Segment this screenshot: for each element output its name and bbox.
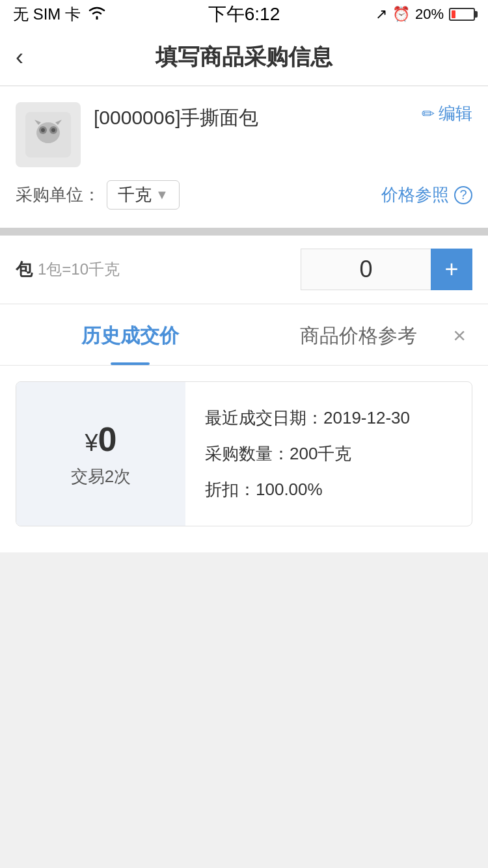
status-right: ↗ ⏰ 20% (375, 6, 475, 23)
product-info: [0000006]手撕面包 (16, 102, 258, 167)
tabs-row: 历史成交价 商品价格参考 × (0, 305, 488, 366)
price-card-wrap: ¥0 交易2次 最近成交日期：2019-12-30 采购数量：200千克 折扣：… (0, 366, 488, 552)
carrier-text: 无 SIM 卡 (13, 4, 81, 25)
status-time: 下午6:12 (208, 2, 280, 27)
svg-point-6 (42, 135, 55, 143)
unit-value: 千克 (118, 183, 152, 206)
status-bar: 无 SIM 卡 下午6:12 ↗ ⏰ 20% (0, 0, 488, 29)
bottom-panel: 历史成交价 商品价格参考 × ¥0 交易2次 最近成交日期：2019-12-30 (0, 305, 488, 552)
tab-price-reference[interactable]: 商品价格参考 (244, 305, 472, 365)
product-card: [0000006]手撕面包 ✏ 编辑 采购单位： 千克 ▼ 价格参照 ? (0, 87, 488, 228)
quantity-label: 包 1包=10千克 (16, 258, 120, 281)
recent-date-label: 最近成交日期： (205, 408, 323, 427)
svg-point-5 (51, 128, 55, 132)
product-image (16, 102, 81, 167)
quantity-plus-button[interactable]: + (431, 249, 472, 290)
discount-label: 折扣： (205, 480, 256, 499)
purchase-quantity-row: 采购数量：200千克 (205, 441, 452, 467)
help-icon: ? (454, 186, 472, 204)
svg-point-4 (41, 128, 45, 132)
product-name: [0000006]手撕面包 (94, 102, 258, 131)
main-content: [0000006]手撕面包 ✏ 编辑 采购单位： 千克 ▼ 价格参照 ? (0, 87, 488, 868)
quantity-detail-value: 200千克 (290, 444, 351, 463)
yen-symbol: ¥ (85, 429, 98, 456)
product-header: [0000006]手撕面包 ✏ 编辑 (16, 102, 472, 167)
status-left: 无 SIM 卡 (13, 4, 107, 25)
price-card-right: 最近成交日期：2019-12-30 采购数量：200千克 折扣：100.00% (185, 382, 472, 526)
quantity-input-group: + (301, 249, 472, 290)
price-card-left: ¥0 交易2次 (16, 382, 185, 526)
recent-date-value: 2019-12-30 (323, 408, 410, 427)
wifi-icon (87, 5, 107, 23)
location-icon: ↗ (375, 6, 387, 23)
product-unit-row: 采购单位： 千克 ▼ 价格参照 ? (16, 180, 472, 210)
discount-row: 折扣：100.00% (205, 477, 452, 502)
price-ref-label: 价格参照 (381, 183, 449, 206)
unit-select-button[interactable]: 千克 ▼ (107, 180, 180, 210)
amount-value: 0 (98, 420, 117, 458)
discount-value: 100.00% (256, 480, 323, 499)
battery-percent: 20% (415, 6, 444, 23)
unit-left: 采购单位： 千克 ▼ (16, 180, 180, 210)
quantity-conversion: 1包=10千克 (38, 259, 120, 280)
edit-label: 编辑 (439, 102, 472, 125)
quantity-unit-tag: 包 (16, 258, 33, 281)
alarm-icon: ⏰ (392, 6, 410, 23)
edit-button[interactable]: ✏ 编辑 (422, 102, 472, 125)
quantity-detail-label: 采购数量： (205, 444, 290, 463)
slider-divider (0, 228, 488, 236)
quantity-input[interactable] (301, 249, 431, 290)
price-times: 交易2次 (71, 465, 131, 488)
edit-icon: ✏ (422, 105, 435, 123)
nav-bar: ‹ 填写商品采购信息 (0, 29, 488, 86)
back-button[interactable]: ‹ (16, 44, 23, 71)
recent-date-row: 最近成交日期：2019-12-30 (205, 405, 452, 431)
price-reference-button[interactable]: 价格参照 ? (381, 183, 472, 206)
dropdown-arrow-icon: ▼ (156, 187, 169, 202)
panel-close-button[interactable]: × (446, 316, 472, 354)
product-thumbnail (25, 112, 71, 157)
price-amount: ¥0 (85, 420, 117, 459)
tab-history-price[interactable]: 历史成交价 (16, 305, 244, 365)
battery-icon (449, 8, 475, 21)
page-title: 填写商品采购信息 (156, 42, 332, 72)
price-card: ¥0 交易2次 最近成交日期：2019-12-30 采购数量：200千克 折扣：… (16, 381, 472, 526)
unit-label: 采购单位： (16, 183, 100, 206)
quantity-row: 包 1包=10千克 + (0, 236, 488, 303)
